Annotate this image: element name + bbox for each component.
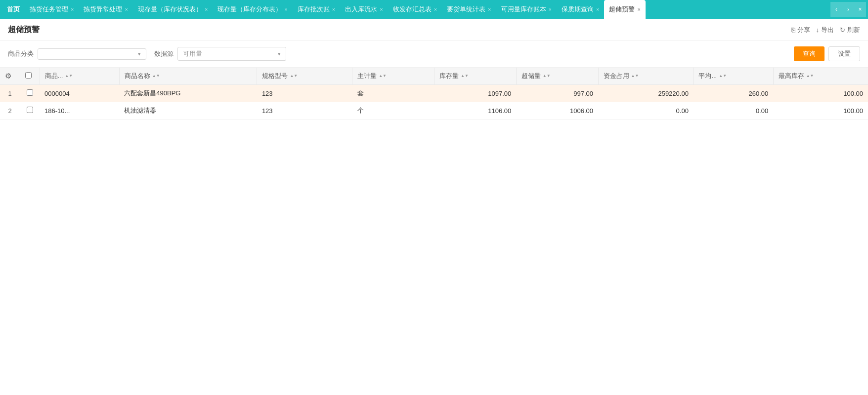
refresh-action[interactable]: ↻ 刷新 — [840, 26, 860, 35]
row-capital-0: 259220.00 — [598, 85, 694, 102]
category-select[interactable]: ▾ — [38, 48, 146, 60]
row-name-0: 六配套新昌490BPG — [119, 85, 257, 102]
header-actions: ⎘ 分享 ↓ 导出 ↻ 刷新 — [791, 26, 861, 35]
page-header: 超储预警 ⎘ 分享 ↓ 导出 ↻ 刷新 — [0, 19, 868, 40]
nav-tab-2[interactable]: 现存量（库存状况表）× — [133, 0, 213, 19]
sort-icon-product-code: ▲▼ — [65, 74, 73, 78]
th-stock[interactable]: 库存量 ▲▼ — [434, 68, 516, 85]
row-stock-0: 1097.00 — [434, 85, 516, 102]
nav-tab-9[interactable]: 保质期查询× — [557, 0, 604, 19]
row-unit-0: 套 — [352, 85, 434, 102]
th-over-stock[interactable]: 超储量 ▲▼ — [516, 68, 598, 85]
th-spec[interactable]: 规格型号 ▲▼ — [257, 68, 352, 85]
th-avg-label: 平均... — [698, 72, 717, 80]
datasource-label: 数据源 — [154, 49, 174, 58]
row-stock-1: 1106.00 — [434, 102, 516, 119]
row-name-1: 机油滤清器 — [119, 102, 257, 119]
row-max-stock-1: 100.00 — [773, 102, 868, 119]
nav-tab-close-9[interactable]: × — [596, 6, 599, 12]
nav-tab-7[interactable]: 要货单统计表× — [442, 0, 496, 19]
row-spec-1: 123 — [257, 102, 352, 119]
settings-button[interactable]: 设置 — [828, 46, 860, 61]
export-icon: ↓ — [816, 26, 820, 34]
share-label: 分享 — [797, 26, 810, 35]
refresh-label: 刷新 — [847, 26, 860, 35]
row-spec-0: 123 — [257, 85, 352, 102]
filter-buttons: 查询 设置 — [794, 46, 860, 61]
nav-tab-close-7[interactable]: × — [488, 6, 491, 12]
category-filter-group: 商品分类 ▾ — [8, 48, 146, 60]
row-avg-1: 0.00 — [694, 102, 773, 119]
nav-tab-6[interactable]: 收发存汇总表× — [388, 0, 442, 19]
nav-tab-label-2: 现存量（库存状况表） — [138, 5, 202, 14]
th-spec-label: 规格型号 — [262, 72, 288, 80]
share-action[interactable]: ⎘ 分享 — [791, 26, 810, 35]
th-capital-label: 资金占用 — [604, 72, 629, 80]
nav-tab-4[interactable]: 库存批次账× — [293, 0, 340, 19]
nav-arrow-left[interactable]: ‹ — [830, 2, 842, 17]
nav-tab-0[interactable]: 拣货任务管理× — [25, 0, 79, 19]
row-code-0: 0000004 — [40, 85, 119, 102]
row-select-1[interactable] — [27, 107, 33, 113]
export-label: 导出 — [821, 26, 834, 35]
column-settings-icon[interactable]: ⚙ — [5, 72, 11, 80]
sort-icon-stock: ▲▼ — [461, 74, 469, 78]
th-max-stock-label: 最高库存 — [779, 72, 804, 80]
nav-tab-10[interactable]: 超储预警× — [604, 0, 645, 19]
nav-tab-close-0[interactable]: × — [71, 6, 74, 12]
nav-arrow-right[interactable]: › — [842, 2, 854, 17]
share-icon: ⎘ — [791, 26, 795, 34]
th-product-name[interactable]: 商品名称 ▲▼ — [119, 68, 257, 85]
nav-home[interactable]: 首页 — [2, 0, 25, 19]
export-action[interactable]: ↓ 导出 — [816, 26, 834, 35]
th-capital[interactable]: 资金占用 ▲▼ — [598, 68, 694, 85]
th-product-code[interactable]: 商品... ▲▼ — [40, 68, 119, 85]
row-capital-1: 0.00 — [598, 102, 694, 119]
nav-tab-label-0: 拣货任务管理 — [30, 5, 68, 14]
th-stock-label: 库存量 — [439, 72, 459, 80]
sort-icon-product-name: ▲▼ — [152, 74, 160, 78]
row-code-1: 186-10... — [40, 102, 119, 119]
nav-tab-label-5: 出入库流水 — [345, 5, 377, 14]
nav-tab-close-8[interactable]: × — [549, 6, 552, 12]
th-unit-label: 主计量 — [357, 72, 377, 80]
row-over-stock-0: 997.00 — [516, 85, 598, 102]
table-row: 1 0000004 六配套新昌490BPG 123 套 1097.00 997.… — [0, 85, 868, 102]
nav-tab-close-2[interactable]: × — [205, 6, 208, 12]
nav-tab-label-4: 库存批次账 — [298, 5, 330, 14]
row-num-1: 2 — [0, 102, 20, 119]
nav-tab-8[interactable]: 可用量库存账本× — [496, 0, 557, 19]
th-avg[interactable]: 平均... ▲▼ — [694, 68, 773, 85]
nav-tab-close-6[interactable]: × — [434, 6, 437, 12]
row-select-0[interactable] — [27, 89, 33, 96]
nav-tab-1[interactable]: 拣货异常处理× — [79, 0, 132, 19]
nav-tab-label-3: 现存量（库存分布表） — [217, 5, 282, 14]
table-header-row: ⚙ 商品... ▲▼ 商品名称 ▲▼ — [0, 68, 868, 85]
th-over-stock-label: 超储量 — [521, 72, 541, 80]
row-num-0: 1 — [0, 85, 20, 102]
nav-tab-label-1: 拣货异常处理 — [84, 5, 122, 14]
nav-tab-close-3[interactable]: × — [284, 6, 287, 12]
th-checkbox — [20, 68, 40, 85]
query-button[interactable]: 查询 — [794, 46, 825, 61]
th-max-stock[interactable]: 最高库存 ▲▼ — [773, 68, 868, 85]
category-label: 商品分类 — [8, 49, 34, 58]
datasource-select[interactable]: 可用量 ▾ — [177, 47, 286, 61]
th-product-code-label: 商品... — [45, 72, 63, 80]
datasource-chevron-icon: ▾ — [278, 51, 281, 57]
nav-tab-close-10[interactable]: × — [637, 6, 640, 12]
datasource-filter-group: 数据源 可用量 ▾ — [154, 47, 286, 61]
th-unit[interactable]: 主计量 ▲▼ — [352, 68, 434, 85]
nav-home-label: 首页 — [7, 5, 20, 14]
table-container: ⚙ 商品... ▲▼ 商品名称 ▲▼ — [0, 68, 868, 119]
nav-arrow-close[interactable]: × — [854, 2, 866, 17]
nav-tab-close-5[interactable]: × — [380, 6, 383, 12]
top-nav: 首页 拣货任务管理×拣货异常处理×现存量（库存状况表）×现存量（库存分布表）×库… — [0, 0, 868, 19]
nav-tab-label-8: 可用量库存账本 — [501, 5, 546, 14]
nav-tab-close-1[interactable]: × — [125, 6, 128, 12]
nav-tab-3[interactable]: 现存量（库存分布表）× — [213, 0, 292, 19]
select-all-checkbox[interactable] — [25, 72, 32, 79]
nav-tab-close-4[interactable]: × — [332, 6, 335, 12]
nav-tab-5[interactable]: 出入库流水× — [340, 0, 388, 19]
th-product-name-label: 商品名称 — [125, 72, 150, 80]
